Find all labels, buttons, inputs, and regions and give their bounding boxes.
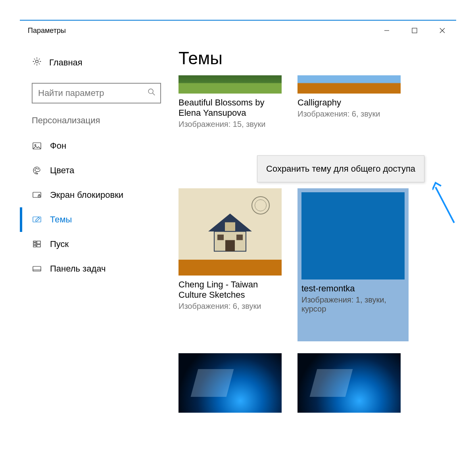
search-icon: [147, 88, 156, 99]
theme-meta: Изображения: 1, звуки, курсор: [301, 295, 405, 314]
page-title: Темы: [178, 48, 456, 68]
palette-icon: [32, 166, 42, 175]
svg-rect-16: [33, 243, 36, 245]
sidebar-item-taskbar[interactable]: Панель задач: [20, 256, 171, 281]
theme-tile[interactable]: Cheng Ling - Taiwan Culture Sketches Изо…: [178, 188, 282, 341]
svg-point-9: [35, 170, 36, 170]
theme-name: Calligraphy: [298, 98, 401, 108]
gear-icon: [32, 56, 42, 69]
svg-rect-20: [33, 266, 41, 271]
sidebar-item-label: Темы: [50, 214, 72, 225]
minimize-button[interactable]: [373, 21, 401, 40]
taskbar-icon: [32, 264, 42, 274]
svg-point-4: [36, 60, 38, 63]
category-label: Персонализация: [20, 115, 171, 134]
sidebar-item-label: Фон: [50, 141, 66, 151]
theme-thumbnail: [178, 188, 282, 276]
sidebar-item-label: Панель задач: [50, 264, 106, 274]
svg-point-11: [38, 168, 38, 169]
sidebar-item-themes[interactable]: Темы: [20, 207, 171, 232]
search-box[interactable]: [32, 83, 161, 103]
svg-rect-24: [225, 240, 235, 251]
themes-icon: [32, 215, 42, 224]
context-menu: Сохранить тему для общего доступа: [257, 155, 424, 182]
svg-rect-27: [225, 222, 236, 232]
svg-rect-19: [37, 245, 40, 247]
svg-point-8: [35, 144, 36, 145]
home-link[interactable]: Главная: [20, 52, 171, 73]
sidebar-item-label: Цвета: [50, 165, 74, 176]
sidebar-item-start[interactable]: Пуск: [20, 232, 171, 256]
theme-thumbnail: [178, 75, 282, 94]
lockscreen-icon: [32, 190, 42, 200]
theme-meta: Изображения: 6, звуки: [178, 302, 282, 311]
sidebar-item-label: Пуск: [50, 239, 69, 249]
svg-rect-25: [217, 235, 224, 240]
sidebar-item-label: Экран блокировки: [50, 190, 123, 200]
svg-line-6: [153, 93, 155, 96]
context-menu-save-theme[interactable]: Сохранить тему для общего доступа: [257, 156, 424, 182]
svg-rect-26: [236, 235, 243, 240]
main: Темы Beautiful Blossoms by Elena Yansupo…: [171, 40, 456, 413]
svg-rect-1: [412, 28, 417, 33]
theme-thumbnail: [178, 353, 282, 413]
theme-tile[interactable]: Beautiful Blossoms by Elena Yansupova Из…: [178, 75, 282, 129]
theme-name: Cheng Ling - Taiwan Culture Sketches: [178, 279, 282, 300]
window-title: Параметры: [28, 27, 66, 35]
theme-tile[interactable]: [298, 353, 401, 413]
svg-rect-18: [37, 241, 40, 244]
themes-grid: Beautiful Blossoms by Elena Yansupova Из…: [178, 75, 432, 413]
home-label: Главная: [49, 57, 83, 68]
sidebar-item-colors[interactable]: Цвета: [20, 158, 171, 183]
svg-rect-15: [33, 241, 36, 242]
svg-point-10: [36, 168, 36, 169]
sidebar: Главная Персонализация Фон Цвета Э: [20, 40, 171, 413]
svg-point-5: [148, 89, 153, 94]
theme-meta: Изображения: 6, звуки: [298, 109, 401, 119]
picture-icon: [32, 141, 42, 151]
sidebar-item-lockscreen[interactable]: Экран блокировки: [20, 183, 171, 207]
window-controls: [373, 21, 456, 40]
theme-tile-selected[interactable]: test-remontka Изображения: 1, звуки, кур…: [298, 188, 409, 341]
theme-tile[interactable]: Calligraphy Изображения: 6, звуки: [298, 75, 401, 129]
close-button[interactable]: [428, 21, 456, 40]
theme-name: test-remontka: [301, 283, 405, 294]
start-icon: [32, 239, 42, 249]
theme-meta: Изображения: 15, звуки: [178, 120, 282, 129]
theme-thumbnail: [301, 192, 405, 279]
theme-thumbnail: [298, 353, 401, 413]
theme-name: Beautiful Blossoms by Elena Yansupova: [178, 98, 282, 118]
svg-rect-17: [33, 245, 36, 247]
titlebar: Параметры: [20, 21, 456, 40]
theme-tile[interactable]: [178, 353, 282, 413]
theme-thumbnail: [298, 75, 401, 94]
search-input[interactable]: [38, 88, 147, 98]
maximize-button[interactable]: [401, 21, 428, 40]
svg-rect-13: [38, 195, 40, 197]
sidebar-item-background[interactable]: Фон: [20, 134, 171, 158]
